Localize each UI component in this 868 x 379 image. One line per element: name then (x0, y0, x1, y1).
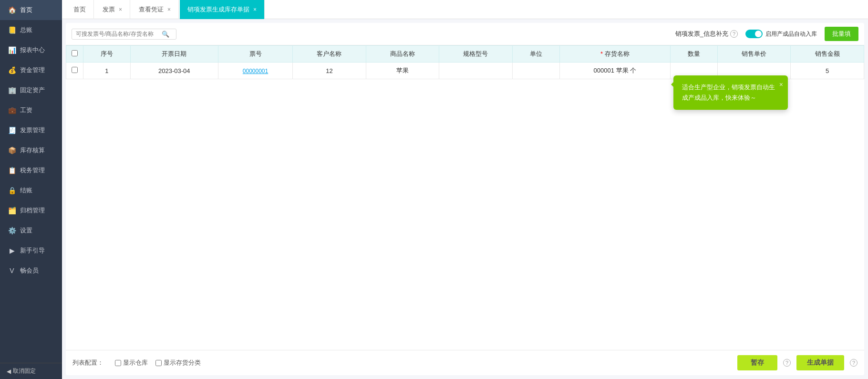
show-category-checkbox[interactable] (155, 360, 162, 366)
sidebar-item-home[interactable]: 🏠 首页 (0, 0, 62, 20)
tab-generate-close[interactable]: × (253, 6, 257, 13)
batch-fill-button[interactable]: 批量填 (825, 27, 858, 41)
sidebar-label-reports: 报表中心 (20, 46, 45, 54)
sidebar-label-payroll: 工资 (20, 106, 32, 115)
sidebar-label-home: 首页 (20, 6, 32, 14)
info-label: 销项发票_信息补充 ? (675, 30, 738, 38)
assets-icon: 🏢 (8, 86, 16, 95)
tab-home[interactable]: 首页 (66, 0, 94, 19)
sidebar-item-assets[interactable]: 🏢 固定资产 (0, 80, 62, 100)
sidebar-label-closing: 结账 (20, 186, 32, 195)
header-unit: 单位 (512, 46, 559, 63)
row-spec (439, 63, 513, 79)
save-help-icon[interactable]: ? (783, 359, 791, 367)
header-amount: 销售金额 (791, 46, 864, 63)
header-unit-price: 销售单价 (717, 46, 791, 63)
guide-icon: ▶ (8, 246, 16, 255)
tooltip-text: 适合生产型企业，销项发票自动生成产成品入库，快来体验～ (682, 84, 775, 101)
header-inventory-name: * 存货名称 (559, 46, 671, 63)
search-input[interactable] (76, 31, 162, 37)
sidebar-item-tax[interactable]: 📋 税务管理 (0, 160, 62, 180)
tab-bar: 首页 发票 × 查看凭证 × 销项发票生成库存单据 × (62, 0, 868, 19)
row-inventory-name: 000001 苹果 个 (559, 63, 671, 79)
cancel-fixed-icon: ◀ (7, 368, 11, 375)
toggle-area: 启用产成品自动入库 (745, 30, 817, 38)
sidebar-item-archive[interactable]: 🗂️ 归档管理 (0, 200, 62, 221)
auto-warehouse-toggle[interactable] (745, 30, 763, 38)
sidebar-label-inventory: 库存核算 (20, 146, 45, 155)
show-category-label[interactable]: 显示存货分类 (155, 358, 201, 367)
tab-voucher-label: 查看凭证 (139, 5, 164, 14)
tooltip-close-button[interactable]: × (779, 79, 783, 91)
tab-generate-label: 销项发票生成库存单据 (187, 5, 249, 14)
sidebar-item-ledger[interactable]: 📒 总账 (0, 20, 62, 40)
sidebar-label-tax: 税务管理 (20, 166, 45, 175)
archive-icon: 🗂️ (8, 206, 16, 215)
toolbar: 🔍 销项发票_信息补充 ? 启用产成品自动入库 批量填 (66, 23, 864, 45)
tab-invoice-label: 发票 (103, 5, 115, 14)
cancel-fixed-button[interactable]: ◀ 取消固定 (0, 363, 62, 379)
generate-button[interactable]: 生成单据 (796, 355, 844, 370)
sidebar-item-vip[interactable]: V 畅会员 (0, 261, 62, 281)
row-customer: 12 (293, 63, 366, 79)
header-date: 开票日期 (130, 46, 218, 63)
show-category-text: 显示存货分类 (164, 358, 201, 367)
toolbar-right: 销项发票_信息补充 ? 启用产成品自动入库 批量填 (675, 27, 858, 41)
header-seq: 序号 (83, 46, 131, 63)
sidebar-label-ledger: 总账 (20, 26, 32, 34)
reports-icon: 📊 (8, 46, 16, 54)
bottom-actions: 暂存 ? 生成单据 ? (737, 355, 858, 370)
select-all-checkbox[interactable] (72, 50, 78, 56)
info-help-icon[interactable]: ? (730, 30, 738, 38)
tax-icon: 📋 (8, 166, 16, 175)
toggle-label: 启用产成品自动入库 (765, 30, 817, 38)
sidebar-item-payroll[interactable]: 💼 工资 (0, 100, 62, 120)
sidebar-item-closing[interactable]: 🔒 结账 (0, 180, 62, 200)
sidebar-label-guide: 新手引导 (20, 246, 45, 255)
tab-generate[interactable]: 销项发票生成库存单据 × (180, 0, 265, 19)
sidebar-item-guide[interactable]: ▶ 新手引导 (0, 241, 62, 261)
sidebar-item-inventory[interactable]: 📦 库存核算 (0, 140, 62, 160)
ticket-no-link[interactable]: 00000001 (243, 68, 268, 74)
content-area: 🔍 销项发票_信息补充 ? 启用产成品自动入库 批量填 (66, 23, 864, 375)
show-warehouse-text: 显示仓库 (123, 358, 148, 367)
row-seq: 1 (83, 63, 131, 79)
row-date: 2023-03-04 (130, 63, 218, 79)
main-area: 首页 发票 × 查看凭证 × 销项发票生成库存单据 × 🔍 销项发票_信息补充 (62, 0, 868, 379)
header-checkbox-cell (66, 46, 83, 63)
header-product-name: 商品名称 (366, 46, 439, 63)
payroll-icon: 💼 (8, 106, 16, 115)
tab-voucher[interactable]: 查看凭证 × (131, 0, 179, 19)
row-unit (512, 63, 559, 79)
show-warehouse-checkbox[interactable] (115, 360, 121, 366)
settings-icon: ⚙️ (8, 226, 16, 235)
sidebar: 🏠 首页 📒 总账 📊 报表中心 💰 资金管理 🏢 固定资产 💼 工资 🧾 发票… (0, 0, 62, 379)
sidebar-item-invoice[interactable]: 🧾 发票管理 (0, 120, 62, 140)
save-button[interactable]: 暂存 (737, 355, 777, 370)
data-table: 序号 开票日期 票号 客户名称 商品名称 规格型号 单位 * 存货名称 数量 销… (66, 45, 864, 79)
tab-invoice-close[interactable]: × (119, 6, 122, 13)
header-spec: 规格型号 (439, 46, 513, 63)
sidebar-label-archive: 归档管理 (20, 206, 45, 215)
sidebar-label-settings: 设置 (20, 226, 32, 235)
row-ticket-no: 00000001 (218, 63, 292, 79)
ledger-icon: 📒 (8, 26, 16, 34)
invoice-icon: 🧾 (8, 126, 16, 135)
sidebar-label-assets: 固定资产 (20, 86, 45, 95)
tab-invoice[interactable]: 发票 × (95, 0, 130, 19)
table-header-row: 序号 开票日期 票号 客户名称 商品名称 规格型号 单位 * 存货名称 数量 销… (66, 46, 864, 63)
tab-voucher-close[interactable]: × (167, 6, 171, 13)
sidebar-item-settings[interactable]: ⚙️ 设置 (0, 221, 62, 241)
sidebar-item-reports[interactable]: 📊 报表中心 (0, 40, 62, 60)
row-checkbox[interactable] (72, 67, 78, 73)
search-icon: 🔍 (162, 31, 169, 38)
generate-help-icon[interactable]: ? (850, 359, 858, 367)
sidebar-item-funds[interactable]: 💰 资金管理 (0, 60, 62, 80)
show-warehouse-label[interactable]: 显示仓库 (115, 358, 148, 367)
closing-icon: 🔒 (8, 186, 16, 195)
header-quantity: 数量 (671, 46, 718, 63)
row-amount: 5 (791, 63, 864, 79)
search-box[interactable]: 🔍 (72, 29, 176, 40)
row-product-name: 苹果 (366, 63, 439, 79)
sidebar-label-vip: 畅会员 (20, 266, 39, 275)
